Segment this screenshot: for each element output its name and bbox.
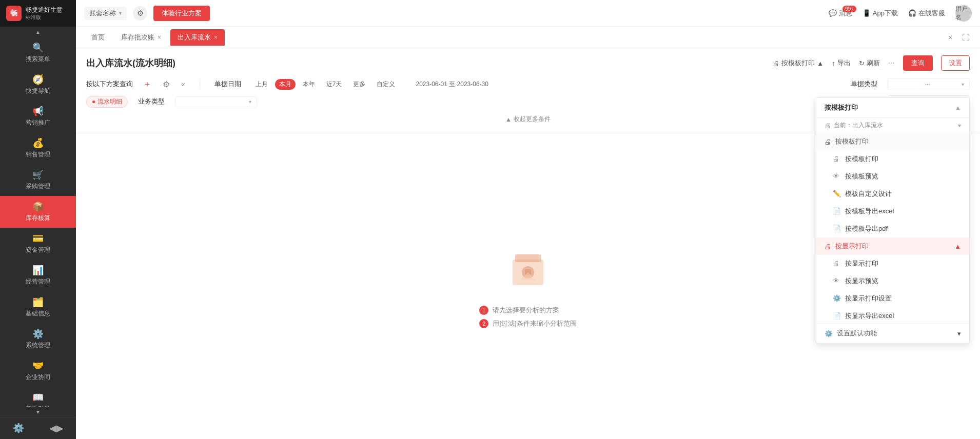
sidebar-item-cooperation[interactable]: 🤝 企业协同 bbox=[0, 355, 76, 387]
collapse-label: 收起更多条件 bbox=[514, 115, 551, 124]
date-shortcut-custom[interactable]: 自定义 bbox=[373, 79, 399, 90]
tab-close-all[interactable]: × bbox=[944, 31, 956, 44]
sidebar-item-guide[interactable]: 📖 新手引导 bbox=[0, 387, 76, 407]
logo-icon: 畅 bbox=[6, 6, 22, 21]
dropdown-item-template-pdf[interactable]: 📄 按模板导出pdf bbox=[816, 220, 969, 237]
sidebar-settings-icon[interactable]: ⚙️ bbox=[13, 423, 24, 434]
sidebar-item-purchase[interactable]: 🛒 采购管理 bbox=[0, 164, 76, 196]
sidebar-scroll-up[interactable]: ▲ bbox=[0, 27, 76, 37]
header-account[interactable]: 账套名称 ▾ bbox=[84, 7, 127, 20]
display-section-arrow-icon: ▲ bbox=[954, 243, 961, 250]
sidebar-nav: 🔍 搜索菜单 🧭 快捷导航 📢 营销推广 💰 销售管理 🛒 采购管理 📦 库存核… bbox=[0, 37, 76, 407]
tab-batch-account[interactable]: 库存批次账 × bbox=[114, 29, 168, 46]
display-settings-icon: ⚙️ bbox=[833, 294, 841, 303]
sidebar-scroll-down[interactable]: ▼ bbox=[0, 407, 76, 417]
template-print-icon: 🖨 bbox=[833, 155, 841, 163]
tab-batch-account-close[interactable]: × bbox=[158, 34, 161, 41]
dropdown-section-template[interactable]: 🖨 按模板打印 bbox=[816, 133, 969, 150]
sidebar-item-quick-nav[interactable]: 🧭 快捷导航 bbox=[0, 69, 76, 101]
service-label: 在线客服 bbox=[918, 9, 945, 18]
filter-setting-icon[interactable]: ⚙ bbox=[163, 79, 170, 89]
date-range-text: 2023-06-01 至 2023-06-30 bbox=[416, 80, 488, 89]
print-template-label: 按模板打印 bbox=[781, 58, 815, 68]
user-avatar[interactable]: 用户名 bbox=[955, 5, 972, 22]
refresh-btn[interactable]: ↻ 刷新 bbox=[859, 58, 880, 68]
display-print-label: 按显示打印 bbox=[845, 259, 878, 268]
dropdown-item-display-preview[interactable]: 👁 按显示预览 bbox=[816, 272, 969, 290]
tab-batch-account-label: 库存批次账 bbox=[121, 33, 154, 42]
sidebar-item-inventory[interactable]: 📦 库存核算 bbox=[0, 196, 76, 228]
sidebar-item-sales[interactable]: 💰 销售管理 bbox=[0, 132, 76, 164]
header-gear-icon[interactable]: ⚙ bbox=[133, 6, 147, 21]
industry-btn[interactable]: 体验行业方案 bbox=[153, 6, 210, 21]
dropdown-item-template-print[interactable]: 🖨 按模板打印 bbox=[816, 150, 969, 168]
business-type-select[interactable]: ▾ bbox=[175, 96, 257, 107]
doc-type-arrow-icon: ▾ bbox=[962, 82, 964, 87]
cooperation-icon: 🤝 bbox=[32, 360, 44, 371]
template-excel-label: 按模板导出excel bbox=[845, 207, 894, 216]
page-actions: 🖨 按模板打印 ▲ ↑ 导出 ↻ 刷新 ··· 查询 设置 bbox=[773, 55, 970, 71]
sidebar-item-marketing[interactable]: 📢 营销推广 bbox=[0, 101, 76, 132]
dropdown-section-display[interactable]: 🖨 按显示打印 ▲ bbox=[816, 237, 969, 255]
sidebar-item-label: 企业协同 bbox=[26, 373, 50, 382]
dropdown-body: 🖨 当前：出入库流水 ▾ 🖨 按模板打印 🖨 按模板打印 👁 bbox=[816, 118, 969, 323]
filter-collapse-icon[interactable]: « bbox=[181, 80, 185, 88]
sidebar-item-search[interactable]: 🔍 搜索菜单 bbox=[0, 37, 76, 69]
sidebar-logo: 畅 畅捷通好生意 标准版 bbox=[0, 0, 76, 27]
date-shortcut-this-year[interactable]: 本年 bbox=[299, 79, 319, 90]
tabs-bar: 首页 库存批次账 × 出入库流水 × × ⛶ bbox=[76, 27, 980, 48]
refresh-label: 刷新 bbox=[867, 58, 880, 68]
settings-btn[interactable]: 设置 bbox=[941, 55, 970, 71]
sidebar-collapse-icon[interactable]: ◀▶ bbox=[49, 423, 64, 434]
sidebar-item-label: 基础信息 bbox=[26, 309, 50, 318]
tabs-right: × ⛶ bbox=[944, 31, 972, 44]
footer-label: 设置默认功能 bbox=[837, 329, 877, 338]
date-shortcut-7days[interactable]: 近7天 bbox=[322, 79, 346, 90]
doc-type-select[interactable]: ··· ▾ bbox=[888, 78, 970, 90]
sidebar-item-finance[interactable]: 💳 资金管理 bbox=[0, 228, 76, 260]
sidebar-item-operations[interactable]: 📊 经营管理 bbox=[0, 260, 76, 291]
flow-detail-label: 流水明细 bbox=[97, 97, 122, 106]
sidebar: 畅 畅捷通好生意 标准版 ▲ 🔍 搜索菜单 🧭 快捷导航 📢 营销推广 💰 销售… bbox=[0, 0, 76, 439]
header-online-service[interactable]: 🎧 在线客服 bbox=[908, 9, 945, 18]
flow-detail-tag[interactable]: ● 流水明细 bbox=[86, 96, 128, 108]
tab-in-out-flow[interactable]: 出入库流水 × bbox=[170, 29, 225, 46]
display-settings-label: 按显示打印设置 bbox=[845, 294, 892, 303]
date-shortcut-this-month[interactable]: 本月 bbox=[275, 79, 296, 90]
dropdown-item-display-print-settings[interactable]: ⚙️ 按显示打印设置 bbox=[816, 290, 969, 307]
page-header: 出入库流水(流水明细) 🖨 按模板打印 ▲ ↑ 导出 ↻ 刷新 bbox=[76, 48, 980, 71]
sidebar-item-basics[interactable]: 🗂️ 基础信息 bbox=[0, 291, 76, 323]
export-btn[interactable]: ↑ 导出 bbox=[832, 58, 851, 68]
print-arrow-icon: ▲ bbox=[817, 59, 824, 67]
dropdown-item-template-preview[interactable]: 👁 按模板预览 bbox=[816, 168, 969, 185]
dropdown-item-template-custom[interactable]: ✏️ 模板自定义设计 bbox=[816, 185, 969, 203]
date-shortcut-more[interactable]: 更多 bbox=[349, 79, 369, 90]
dropdown-header-arrow-icon[interactable]: ▲ bbox=[955, 104, 961, 111]
template-print-label: 按模板打印 bbox=[845, 154, 878, 164]
header-app-download[interactable]: 📱 App下载 bbox=[863, 9, 898, 18]
sidebar-item-system[interactable]: ⚙️ 系统管理 bbox=[0, 323, 76, 355]
sidebar-item-label: 库存核算 bbox=[26, 214, 50, 223]
msg-badge: 99+ bbox=[842, 6, 856, 12]
dropdown-item-display-print[interactable]: 🖨 按显示打印 bbox=[816, 255, 969, 272]
tab-in-out-flow-close[interactable]: × bbox=[214, 34, 218, 41]
logo-text: 畅捷通好生意 bbox=[26, 6, 63, 14]
dropdown-footer[interactable]: ⚙️ 设置默认功能 ▾ bbox=[816, 323, 969, 343]
logo-text-area: 畅捷通好生意 标准版 bbox=[26, 6, 63, 22]
header-msg[interactable]: 💬 消息 99+ bbox=[829, 9, 852, 18]
date-shortcut-last-month[interactable]: 上月 bbox=[251, 79, 272, 90]
flow-detail-icon: ● bbox=[92, 98, 95, 105]
filter-add-icon[interactable]: ＋ bbox=[143, 79, 151, 90]
tab-home[interactable]: 首页 bbox=[84, 29, 112, 46]
tab-maximize-icon[interactable]: ⛶ bbox=[959, 31, 972, 44]
print-template-btn[interactable]: 🖨 按模板打印 ▲ bbox=[773, 58, 824, 68]
template-pdf-label: 按模板导出pdf bbox=[845, 224, 888, 233]
more-actions-icon[interactable]: ··· bbox=[888, 58, 895, 68]
main-area: 账套名称 ▾ ⚙ 体验行业方案 💬 消息 99+ 📱 App下载 🎧 在线客服 … bbox=[76, 0, 980, 439]
dropdown-item-display-excel[interactable]: 📄 按显示导出excel bbox=[816, 307, 969, 323]
template-preview-icon: 👁 bbox=[833, 172, 841, 181]
refresh-icon: ↻ bbox=[859, 59, 865, 67]
dropdown-item-template-excel[interactable]: 📄 按模板导出excel bbox=[816, 203, 969, 220]
search-icon: 🔍 bbox=[32, 42, 44, 53]
query-btn[interactable]: 查询 bbox=[903, 55, 933, 71]
